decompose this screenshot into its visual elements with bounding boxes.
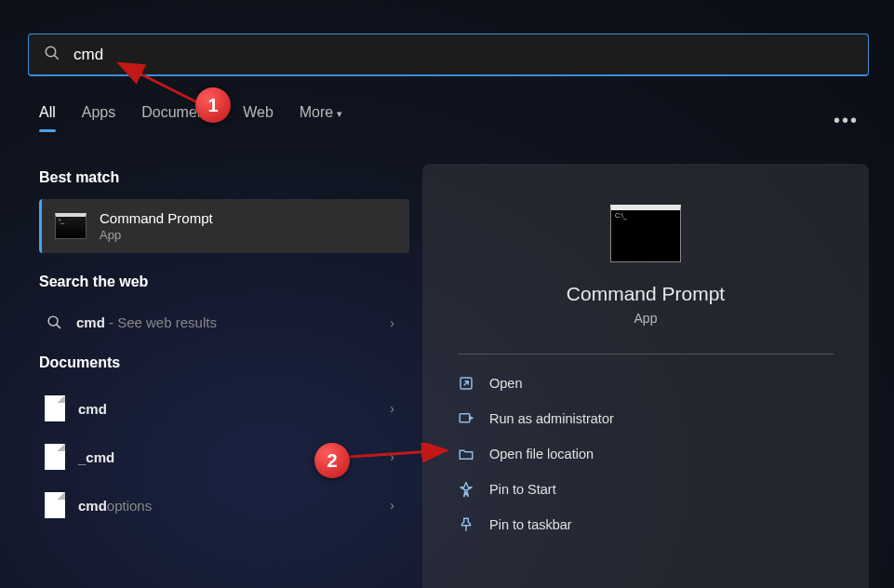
chevron-down-icon: ▾	[337, 108, 342, 119]
document-icon	[45, 492, 65, 518]
cmd-prompt-icon-large	[610, 205, 681, 262]
tabs-row: All Apps Documents Web More▾	[39, 104, 342, 128]
tab-more[interactable]: More▾	[300, 104, 342, 128]
chevron-right-icon: ›	[390, 315, 404, 330]
doc-result-label: cmdoptions	[78, 498, 377, 514]
header-best-match: Best match	[39, 169, 409, 186]
svg-point-2	[48, 316, 58, 326]
preview-title: Command Prompt	[441, 283, 850, 305]
annotation-callout-2: 2	[314, 443, 350, 478]
pin-icon	[458, 516, 474, 533]
chevron-right-icon: ›	[390, 449, 404, 464]
chevron-right-icon: ›	[390, 498, 404, 513]
chevron-right-icon: ›	[390, 401, 404, 416]
folder-icon	[458, 446, 474, 462]
header-documents: Documents	[39, 354, 409, 371]
preview-panel: Command Prompt App Open Run as administr…	[422, 164, 869, 588]
svg-point-0	[46, 47, 56, 57]
result-best-match[interactable]: Command Prompt App	[39, 199, 409, 253]
open-icon	[458, 375, 474, 392]
action-pin-to-start[interactable]: Pin to Start	[441, 472, 850, 507]
tab-web[interactable]: Web	[243, 104, 274, 128]
action-open[interactable]: Open	[441, 366, 850, 401]
tab-apps[interactable]: Apps	[82, 104, 115, 128]
doc-result-row[interactable]: cmd ›	[39, 384, 409, 433]
shield-admin-icon	[458, 410, 474, 427]
action-run-as-administrator[interactable]: Run as administrator	[441, 401, 850, 436]
action-pin-to-taskbar[interactable]: Pin to taskbar	[441, 507, 850, 542]
cmd-prompt-icon	[55, 213, 87, 239]
web-result-row[interactable]: cmd - See web results ›	[39, 303, 409, 341]
annotation-callout-1: 1	[195, 87, 231, 123]
divider	[458, 354, 834, 354]
preview-subtitle: App	[441, 311, 850, 326]
search-icon	[44, 45, 60, 65]
best-match-subtitle: App	[100, 228, 213, 242]
tab-all[interactable]: All	[39, 104, 56, 128]
action-open-file-location[interactable]: Open file location	[441, 436, 850, 472]
svg-line-1	[54, 55, 59, 60]
svg-line-3	[56, 325, 60, 328]
doc-result-row[interactable]: cmdoptions ›	[39, 481, 409, 529]
doc-result-label: cmd	[78, 401, 377, 417]
web-result-label: cmd - See web results	[76, 314, 377, 330]
pin-icon	[458, 481, 474, 498]
doc-result-row[interactable]: _cmd ›	[39, 433, 409, 481]
best-match-title: Command Prompt	[100, 210, 213, 226]
search-input[interactable]	[73, 46, 853, 64]
document-icon	[45, 395, 65, 421]
search-icon	[45, 314, 63, 330]
search-bar[interactable]	[28, 33, 869, 76]
header-search-web: Search the web	[39, 274, 409, 290]
document-icon	[45, 444, 65, 470]
svg-rect-5	[460, 414, 470, 422]
overflow-menu-icon[interactable]: •••	[834, 110, 859, 131]
